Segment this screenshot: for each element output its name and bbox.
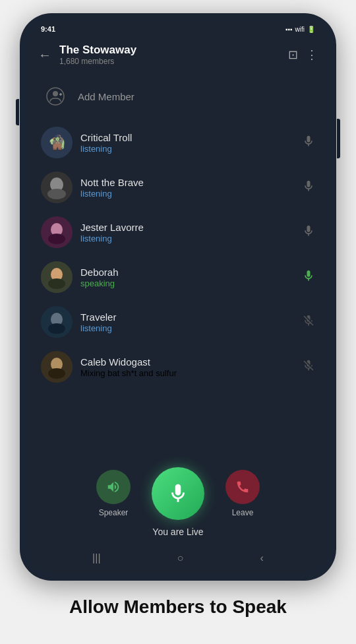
member-avatar: 🧌 [41, 127, 73, 158]
bottom-controls: Speaker Leave [28, 457, 328, 544]
member-avatar [41, 261, 73, 293]
member-status: listening [80, 189, 302, 199]
member-info: Nott the Brave listening [80, 177, 302, 199]
svg-point-11 [48, 278, 65, 289]
member-status: listening [80, 144, 302, 154]
controls-row: Speaker Leave [44, 467, 312, 520]
status-bar: 9:41 ▪▪▪ wifi 🔋 [28, 21, 328, 37]
member-row[interactable]: Jester Lavorre listening [33, 210, 323, 255]
recent-apps-icon[interactable]: ||| [92, 552, 100, 564]
member-row[interactable]: Nott the Brave listening [33, 165, 323, 210]
member-name: Critical Troll [80, 132, 302, 143]
member-avatar [41, 172, 73, 203]
member-name: Nott the Brave [80, 177, 302, 188]
member-info: Deborah speaking [80, 267, 302, 288]
add-member-row[interactable]: Add Member [33, 73, 323, 120]
member-avatar [41, 351, 73, 383]
page-wrapper: 9:41 ▪▪▪ wifi 🔋 ← The Stowaway 1,680 mem… [0, 0, 356, 631]
member-name: Traveler [80, 311, 302, 323]
members-list: Add Member 🧌 Critical Troll listening No… [28, 73, 328, 457]
member-status: Mixing bat sh*t and sulfur [80, 368, 302, 378]
status-time: 9:41 [41, 25, 55, 33]
header-actions: ⊡ ⋮ [288, 48, 318, 62]
member-row[interactable]: Traveler listening [33, 300, 323, 344]
more-options-icon[interactable]: ⋮ [306, 48, 318, 62]
member-status: listening [80, 323, 302, 333]
leave-circle [225, 470, 260, 504]
add-member-label: Add Member [78, 91, 134, 102]
leave-button[interactable]: Leave [225, 470, 260, 517]
member-count: 1,680 members [59, 57, 288, 66]
member-mic-icon [302, 269, 315, 286]
svg-point-17 [48, 368, 65, 379]
members-container: 🧌 Critical Troll listening Nott the Brav… [33, 120, 323, 389]
member-row[interactable]: Deborah speaking [33, 255, 323, 300]
member-name: Deborah [80, 267, 302, 278]
battery-icon: 🔋 [307, 26, 315, 33]
member-avatar [41, 216, 73, 248]
add-member-icon [41, 82, 70, 111]
member-status: listening [80, 234, 302, 243]
phone-screen: 9:41 ▪▪▪ wifi 🔋 ← The Stowaway 1,680 mem… [28, 21, 328, 573]
signal-icon: ▪▪▪ [285, 26, 293, 33]
member-info: Caleb Widogast Mixing bat sh*t and sulfu… [80, 356, 302, 378]
wifi-icon: wifi [295, 26, 305, 33]
nav-bar: ||| ○ ‹ [28, 544, 328, 573]
member-avatar [41, 306, 73, 338]
svg-point-8 [48, 234, 65, 244]
member-name: Jester Lavorre [80, 222, 302, 233]
phone-shell: 9:41 ▪▪▪ wifi 🔋 ← The Stowaway 1,680 mem… [20, 13, 336, 581]
channel-title: The Stowaway [59, 44, 288, 57]
header-title-group: The Stowaway 1,680 members [59, 44, 288, 66]
member-info: Critical Troll listening [80, 132, 302, 154]
member-status: speaking [80, 278, 302, 288]
screen-share-icon[interactable]: ⊡ [288, 48, 298, 62]
header: ← The Stowaway 1,680 members ⊡ ⋮ [28, 37, 328, 73]
leave-label: Leave [232, 508, 254, 517]
speaker-circle [96, 470, 131, 504]
speaker-button[interactable]: Speaker [96, 470, 131, 517]
member-info: Jester Lavorre listening [80, 222, 302, 243]
back-nav-icon[interactable]: ‹ [260, 552, 264, 564]
member-mic-icon [302, 179, 315, 196]
member-mic-icon [302, 314, 315, 331]
home-icon[interactable]: ○ [177, 552, 184, 564]
member-info: Traveler listening [80, 311, 302, 333]
main-mic-button[interactable] [152, 467, 204, 520]
live-status: You are Live [152, 527, 203, 537]
member-name: Caleb Widogast [80, 356, 302, 368]
member-mic-icon [302, 359, 315, 375]
back-button[interactable]: ← [38, 48, 51, 63]
page-caption: Allow Members to Speak [56, 596, 300, 618]
member-mic-icon [302, 224, 315, 241]
svg-point-14 [48, 323, 65, 334]
member-row[interactable]: Caleb Widogast Mixing bat sh*t and sulfu… [33, 344, 323, 389]
svg-point-5 [47, 189, 66, 199]
member-mic-icon [302, 135, 315, 151]
svg-text:🧌: 🧌 [48, 134, 67, 152]
speaker-label: Speaker [99, 508, 129, 517]
member-row[interactable]: 🧌 Critical Troll listening [33, 120, 323, 165]
status-icons: ▪▪▪ wifi 🔋 [285, 26, 315, 33]
